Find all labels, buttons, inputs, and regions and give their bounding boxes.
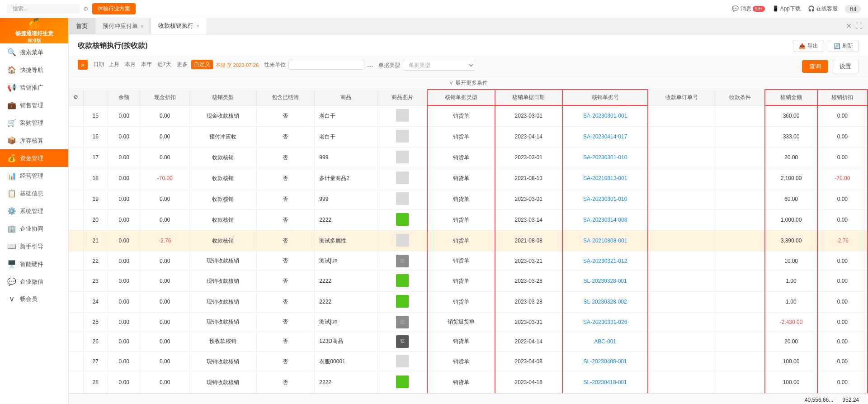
- sidebar-item-inventory[interactable]: 📦 库存核算: [0, 132, 68, 149]
- cell-verifydocno[interactable]: SA-20230301-010: [562, 189, 648, 209]
- service-link[interactable]: 🎧 在线客服: [808, 5, 838, 13]
- date-this-month[interactable]: 本月: [123, 60, 137, 69]
- date-this-year[interactable]: 本年: [139, 60, 154, 69]
- cell-rownum: 21: [83, 230, 108, 251]
- sidebar-item-member[interactable]: V 畅会员: [0, 290, 68, 308]
- app-download-link[interactable]: 📱 App下载: [772, 5, 801, 13]
- sidebar-label-purchase: 采购管理: [20, 119, 43, 127]
- user-label[interactable]: Rit: [845, 5, 861, 13]
- logo-icon: 🍊: [28, 18, 40, 30]
- sidebar-item-hardware[interactable]: 🖥️ 智能硬件: [0, 255, 68, 273]
- sidebar-item-corp[interactable]: 🏢 企业协同: [0, 220, 68, 238]
- cell-receiptorderno: [648, 189, 715, 209]
- cell-verifydiscount: 0.00: [817, 126, 868, 147]
- sidebar-label-finance: 资金管理: [20, 154, 43, 162]
- table-row: 24 0.00 0.00 现销收款核销 否 2222 销货单 2023-03-2…: [69, 291, 868, 312]
- export-button[interactable]: 📤 导出: [793, 40, 824, 52]
- cell-verifydocno[interactable]: ABC-001: [562, 332, 648, 351]
- sidebar-item-sales[interactable]: 💼 销售管理: [0, 96, 68, 114]
- tab-prepay-close[interactable]: ×: [141, 24, 143, 29]
- col-verifydocno: 核销单据号: [562, 90, 648, 105]
- cell-receiptcond: [715, 209, 765, 230]
- cell-verifydocno[interactable]: SA-20210808-001: [562, 230, 648, 251]
- tab-home[interactable]: 首页: [69, 18, 95, 34]
- tab-verify[interactable]: 收款核销执行 ×: [151, 18, 207, 34]
- date-7days[interactable]: 近7天: [156, 60, 173, 69]
- doctype-select[interactable]: 单据类型: [403, 60, 475, 71]
- fullscreen-icon[interactable]: ⛶: [855, 22, 863, 30]
- cell-verifydoctype: 销货单: [427, 291, 495, 312]
- tab-prepay[interactable]: 预付冲应付单 ×: [95, 18, 151, 34]
- sidebar-item-basic[interactable]: 📋 基础信息: [0, 185, 68, 202]
- search-box[interactable]: 搜索...: [7, 4, 80, 14]
- cell-verifyamt: 1.00: [765, 271, 817, 291]
- cell-receiptorderno: [648, 126, 715, 147]
- table-row: 15 0.00 0.00 现金收款核销 否 老白干 销货单 2023-03-01…: [69, 105, 868, 126]
- cell-verifydiscount: 0.00: [817, 251, 868, 271]
- sidebar-item-search[interactable]: 🔍 搜索菜单: [0, 43, 68, 61]
- cell-goods: 2222: [315, 209, 377, 230]
- table-row: 21 0.00 -2.76 收款核销 否 测试多属性 销货单 2021-08-0…: [69, 230, 868, 251]
- cell-verifydocno[interactable]: SL-20230408-001: [562, 351, 648, 372]
- expand-more-bar[interactable]: ∨ 展开更多条件: [69, 77, 868, 89]
- cell-verifydoctype: 销货单: [427, 271, 495, 291]
- cell-verifydocno[interactable]: SA-20230321-012: [562, 251, 648, 271]
- tab-verify-close[interactable]: ×: [196, 23, 199, 29]
- filter-partner-group: 往来单位 ...: [264, 60, 373, 70]
- cell-receiptcond: [715, 168, 765, 189]
- refresh-button[interactable]: 🔄 刷新: [828, 40, 859, 52]
- gear-icon[interactable]: ⚙: [83, 5, 89, 12]
- message-link[interactable]: 💬 消息 99+: [732, 5, 765, 13]
- cell-verifydocno[interactable]: SA-20230331-026: [562, 312, 648, 332]
- cell-verifydocno[interactable]: SL-20230328-001: [562, 271, 648, 291]
- sidebar-item-system[interactable]: ⚙️ 系统管理: [0, 202, 68, 220]
- sidebar-item-marketing[interactable]: 📢 营销推广: [0, 79, 68, 96]
- cell-verifydoctype: 销货单: [427, 209, 495, 230]
- filter-date-links: 上月 本月 本年 近7天 更多 自定义: [107, 60, 213, 69]
- cell-verifydocno[interactable]: SL-20230328-002: [562, 291, 648, 312]
- sidebar-item-finance[interactable]: 💰 资金管理: [0, 149, 68, 167]
- partner-ellipsis[interactable]: ...: [367, 61, 373, 69]
- table-row: 17 0.00 0.00 收款核销 否 999 销货单 2023-03-01 S…: [69, 147, 868, 168]
- cell-hasverified: 否: [256, 332, 315, 351]
- cell-hasverified: 否: [256, 372, 315, 393]
- cell-verifydocno[interactable]: SA-20230414-017: [562, 126, 648, 147]
- cell-rownum: 23: [83, 271, 108, 291]
- cell-cashdiscount: -70.00: [140, 168, 190, 189]
- cell-receiptcond: [715, 291, 765, 312]
- sidebar-item-guide[interactable]: 📖 新手引导: [0, 238, 68, 255]
- col-settings[interactable]: ⚙: [69, 90, 83, 105]
- query-button[interactable]: 查询: [802, 60, 828, 73]
- sidebar-item-quick-nav[interactable]: 🏠 快捷导航: [0, 61, 68, 79]
- cell-rownum: 16: [83, 126, 108, 147]
- cell-verifydocdate: 2023-03-31: [495, 312, 562, 332]
- close-window-icon[interactable]: ✕: [846, 22, 852, 30]
- inventory-icon: 📦: [7, 136, 16, 145]
- sidebar-item-purchase[interactable]: 🛒 采购管理: [0, 114, 68, 132]
- date-custom[interactable]: 自定义: [191, 60, 213, 69]
- cell-hasverified: 否: [256, 251, 315, 271]
- cell-verifytype: 收款核销: [190, 230, 257, 251]
- cell-verifydocdate: 2023-03-01: [495, 189, 562, 209]
- cell-verifydocno[interactable]: SA-20230314-008: [562, 209, 648, 230]
- sidebar-item-wechat[interactable]: 💬 企业微信: [0, 273, 68, 290]
- cell-verifydocno[interactable]: SA-20230301-001: [562, 105, 648, 126]
- system-icon: ⚙️: [7, 207, 16, 215]
- table-row: 27 0.00 0.00 现销收款核销 否 衣服00001 销货单 2023-0…: [69, 351, 868, 372]
- cell-verifydocno[interactable]: SA-20210813-001: [562, 168, 648, 189]
- filter-toggle-button[interactable]: »: [78, 60, 88, 70]
- solution-button[interactable]: 休验行业方案: [92, 3, 136, 14]
- date-last-month[interactable]: 上月: [107, 60, 121, 69]
- cell-verifydocno[interactable]: SL-20230418-001: [562, 372, 648, 393]
- sidebar: 🍊 畅捷通谱好生意 标准版 🔍 搜索菜单 🏠 快捷导航 📢 营销推广 💼 销售管…: [0, 18, 69, 404]
- partner-input[interactable]: [288, 60, 364, 70]
- date-more[interactable]: 更多: [175, 60, 189, 69]
- cell-receiptcond: [715, 312, 765, 332]
- cell-verifydocno[interactable]: SA-20230301-010: [562, 147, 648, 168]
- sidebar-item-operations[interactable]: 📊 经营管理: [0, 167, 68, 185]
- setting-button[interactable]: 设置: [832, 60, 859, 73]
- cell-verifydoctype: 销货单: [427, 332, 495, 351]
- cell-balance: 0.00: [108, 251, 140, 271]
- table-row: 26 0.00 0.00 预收款核销 否 123D商品 🏗 销货单 2022-0…: [69, 332, 868, 351]
- cell-cashdiscount: -2.76: [140, 230, 190, 251]
